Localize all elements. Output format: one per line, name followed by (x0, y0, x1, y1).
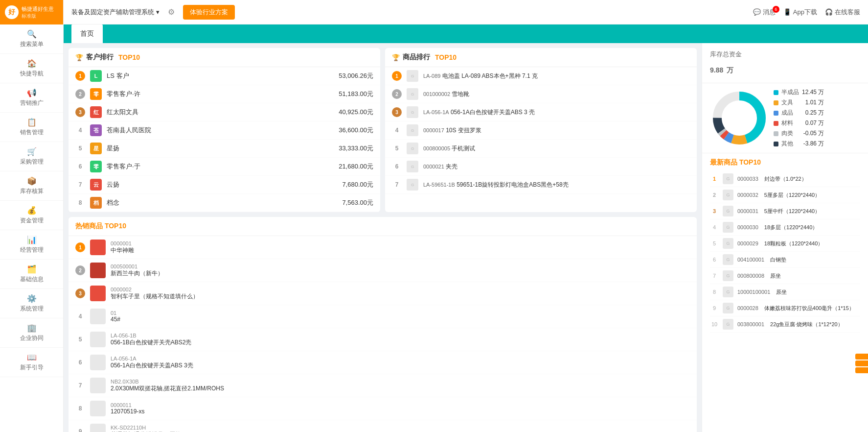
newest-product-row[interactable]: 7 G 000800008 原坐 (710, 268, 860, 284)
sidebar-logo: 好 畅捷通好生意 标准版 (0, 0, 63, 24)
float-btn-直播[interactable]: 直播 (855, 367, 868, 373)
hot-product-row[interactable]: 5 LA-056-1B 056-1B白色按键开关壳ABS2壳 (69, 328, 697, 351)
newest-product-row[interactable]: 4 G 0000030 18多层（1220*2440） (710, 219, 860, 236)
hot-product-img (90, 401, 106, 416)
rank-num: 8 (75, 405, 85, 412)
main-content: 装备及固定资产辅助管理系统 ▾ ⚙ 体验行业方案 💬 消息 6 📱 App下载 … (64, 0, 868, 432)
hot-product-img (90, 355, 106, 370)
online-service-btn[interactable]: 🎧 在线客服 (825, 8, 860, 17)
newest-product-row[interactable]: 5 G 0000029 18颗粒板（1220*2440） (710, 236, 860, 252)
customer-ranking-badge: TOP10 (118, 53, 140, 61)
sidebar-item-inventory[interactable]: 📦库存核算 (0, 171, 63, 201)
legend-name: 其他 (781, 140, 800, 148)
tab-home[interactable]: 首页 (71, 24, 103, 43)
product-ranking-top-title: 商品排行 (403, 53, 430, 62)
product-rank-row[interactable]: 5 G 000800005 手机测试 (385, 140, 697, 158)
hot-product-row[interactable]: 4 01 45# (69, 305, 697, 328)
sidebar-item-marketing[interactable]: 📢营销推广 (0, 83, 63, 113)
hot-product-info: 000500001 新西兰牛肉（新牛） (111, 264, 690, 278)
rank-num: 7 (75, 382, 85, 389)
newest-product-row[interactable]: 10 G 003800001 22g鱼豆腐·烧烤味（1*12*20） (710, 316, 860, 333)
hot-product-row[interactable]: 2 000500001 新西兰牛肉（新牛） (69, 259, 697, 282)
customer-rank-row[interactable]: 6 零 零售客户·于 21,680.00元 (69, 158, 380, 176)
rank-num: 6 (75, 359, 85, 366)
newest-product-row[interactable]: 9 G 0000028 体嫩荔枝味苏打饮品400毫升（1*15） (710, 300, 860, 316)
newest-rank: 2 (710, 192, 719, 198)
product-rank-row[interactable]: 7 G LA-59651-1B 59651-1B旋转投影灯电池盒ABS黑色+58… (385, 176, 697, 194)
product-rank-row[interactable]: 4 G 0000017 10S 变扭罗浆 (385, 121, 697, 140)
float-btn-服务社区[interactable]: 服务社区 (855, 360, 868, 366)
customer-amount: 36,600.00元 (339, 126, 373, 135)
hot-product-info: LA-056-1A 056-1A白色按键开关盖ABS 3壳 (111, 356, 690, 370)
product-rank-row[interactable]: 6 G 0000021 夹壳 (385, 158, 697, 176)
legend-value: 12.45 万 (802, 88, 824, 96)
float-btn-客服热线[interactable]: 客服热线 (855, 354, 868, 360)
inventory-value: 9.88 万 (710, 61, 860, 76)
newest-product-row[interactable]: 6 G 004100001 白钢垫 (710, 252, 860, 268)
rank-num: 9 (75, 428, 85, 432)
customer-rank-row[interactable]: 2 零 零售客户·许 51,183.00元 (69, 85, 380, 103)
messages-btn[interactable]: 💬 消息 6 (753, 8, 776, 17)
hot-product-row[interactable]: 6 LA-056-1A 056-1A白色按键开关盖ABS 3壳 (69, 351, 697, 374)
customer-rank-row[interactable]: 8 档 档念 7,563.00元 (69, 194, 380, 212)
newest-product-name: 封边带（1.0*22） (764, 175, 807, 183)
hot-product-row[interactable]: 8 0000011 12070519-xs (69, 397, 697, 420)
sidebar-item-finance[interactable]: 💰资金管理 (0, 201, 63, 230)
product-rank-row[interactable]: 3 G LA-056-1A 056-1A白色按键开关盖ABS 3 壳 (385, 103, 697, 121)
hot-product-info: NB2.0X30B 2.0X30MM双搓花轴,搓花直径2.1MM/ROHS (111, 379, 690, 393)
customer-rank-row[interactable]: 3 红 红太阳文具 40,925.00元 (69, 103, 380, 121)
newest-product-code: 0000030 (737, 224, 758, 230)
hot-product-row[interactable]: 3 0000002 智利车子里（规格不知道填什么） (69, 282, 697, 305)
sidebar-item-guide[interactable]: 📖新手引导 (0, 348, 63, 377)
tabbar: 首页 (64, 24, 868, 43)
product-rank-row[interactable]: 2 G 001000002 雪地靴 (385, 85, 697, 103)
customer-avatar: L (90, 70, 102, 82)
trophy2-icon: 🏆 (392, 54, 400, 61)
sidebar-item-enterprise[interactable]: 🏢企业协同 (0, 318, 63, 348)
customer-amount: 51,183.00元 (339, 90, 373, 98)
hot-products-panel: 热销商品 TOP10 1 0000001 中华神雕 2 000500001 新西… (69, 217, 697, 432)
customer-rank-row[interactable]: 4 苍 苍南县人民医院 36,600.00元 (69, 121, 380, 140)
sidebar-item-search[interactable]: 🔍搜索菜单 (0, 24, 63, 54)
product-rank-row[interactable]: 1 G LA-089 电池盖 LA-089 ABS本色+黑种 7.1 克 (385, 67, 697, 85)
hot-product-row[interactable]: 7 NB2.0X30B 2.0X30MM双搓花轴,搓花直径2.1MM/ROHS (69, 374, 697, 397)
sidebar-item-sales[interactable]: 📋销售管理 (0, 113, 63, 142)
sidebar-label-sales: 销售管理 (20, 128, 44, 137)
newest-product-row[interactable]: 8 G 10000100001 原坐 (710, 284, 860, 300)
sidebar-item-system[interactable]: ⚙️系统管理 (0, 289, 63, 318)
hot-product-info: 0000001 中华神雕 (111, 240, 690, 255)
sidebar-item-basic[interactable]: 🗂️基础信息 (0, 260, 63, 289)
gear-icon[interactable]: ⚙ (164, 5, 178, 19)
rank-medal-silver: 2 (75, 265, 85, 275)
hot-product-row[interactable]: 1 0000001 中华神雕 (69, 236, 697, 259)
sidebar-label-finance: 资金管理 (20, 216, 44, 225)
customer-rank-row[interactable]: 7 云 云扬 7,680.00元 (69, 176, 380, 194)
legend-value: -3.86 万 (803, 140, 824, 148)
legend-dot (774, 100, 778, 105)
legend-dot (774, 131, 778, 136)
rank-medal-silver: 2 (75, 89, 85, 99)
newest-product-code: 003800001 (737, 321, 764, 327)
sidebar-item-operations[interactable]: 📊经营管理 (0, 230, 63, 260)
legend-name: 文具 (781, 98, 802, 107)
legend-item: 其他 -3.86 万 (774, 140, 824, 148)
system-title-dropdown[interactable]: 装备及固定资产辅助管理系统 ▾ (71, 8, 160, 17)
sidebar-item-purchase[interactable]: 🛒采购管理 (0, 142, 63, 171)
customer-rank-row[interactable]: 5 星 星扬 33,333.00元 (69, 140, 380, 158)
sidebar-item-quick-nav[interactable]: 🏠快捷导航 (0, 54, 63, 83)
app-download-btn[interactable]: 📱 App下载 (783, 8, 817, 17)
chevron-down-icon: ▾ (156, 8, 160, 16)
newest-product-row[interactable]: 2 G 0000032 5厘多层（1220*2440） (710, 187, 860, 203)
right-panel: 库存总资金 9.88 万 (702, 43, 868, 432)
newest-product-row[interactable]: 1 G 0000033 封边带（1.0*22） (710, 171, 860, 187)
newest-product-row[interactable]: 3 G 0000031 5厘中纤（1220*2440） (710, 203, 860, 219)
product-info: 0000021 夹壳 (423, 163, 690, 171)
hot-product-row[interactable]: 9 KK-SD22110H 花语萌恒温分罐罐袋（厚款） (69, 420, 697, 432)
newest-product-img: G (723, 238, 733, 249)
legend-value: 0.25 万 (805, 109, 824, 117)
trial-btn[interactable]: 体验行业方案 (183, 5, 235, 20)
customer-rank-row[interactable]: 1 L LS 客户 53,006.26元 (69, 67, 380, 85)
legend-dot (774, 90, 778, 95)
legend-item: 材料 0.07 万 (774, 119, 824, 127)
product-img: G (407, 179, 418, 191)
